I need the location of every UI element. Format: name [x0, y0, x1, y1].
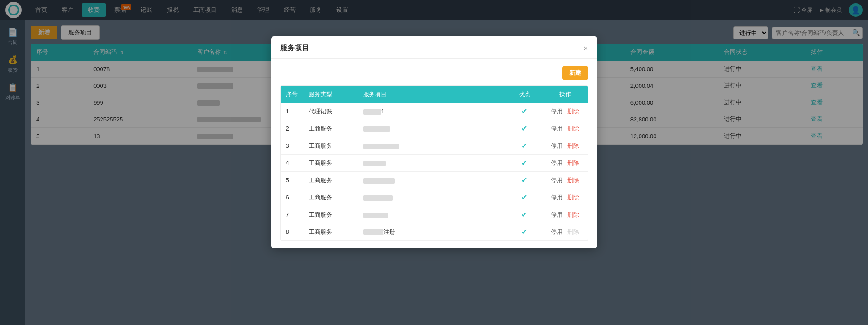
modal-cell-item	[358, 206, 506, 223]
modal-cell-seq: 3	[281, 137, 303, 155]
modal-cell-action: 停用 删除	[543, 103, 588, 120]
delete-button[interactable]: 删除	[566, 159, 581, 167]
modal-table-wrap: 序号 服务类型 服务项目 状态 操作 1 代理记账 1	[280, 85, 588, 241]
modal-table-row: 6 工商服务 ✔ 停用 删除	[281, 189, 588, 206]
modal-table-row: 2 工商服务 ✔ 停用 删除	[281, 120, 588, 137]
status-check-icon: ✔	[521, 228, 527, 236]
status-check-icon: ✔	[521, 107, 527, 115]
status-check-icon: ✔	[521, 125, 527, 132]
modal-cell-seq: 6	[281, 189, 303, 206]
modal-cell-type: 工商服务	[303, 189, 358, 206]
modal-cell-action: 停用 删除	[543, 172, 588, 189]
modal-cell-item: 注册	[358, 223, 506, 241]
status-check-icon: ✔	[521, 142, 527, 150]
modal-cell-type: 工商服务	[303, 223, 358, 241]
service-table: 序号 服务类型 服务项目 状态 操作 1 代理记账 1	[281, 86, 588, 241]
modal-col-seq: 序号	[281, 86, 303, 103]
modal-cell-type: 工商服务	[303, 206, 358, 223]
modal-cell-action: 停用 删除	[543, 189, 588, 206]
modal-cell-type: 代理记账	[303, 103, 358, 120]
modal-cell-type: 工商服务	[303, 172, 358, 189]
modal-cell-status: ✔	[506, 103, 543, 120]
stop-button[interactable]: 停用	[549, 211, 564, 219]
modal-cell-action: 停用 删除	[543, 223, 588, 241]
modal-col-status: 状态	[506, 86, 543, 103]
stop-button[interactable]: 停用	[549, 228, 564, 236]
modal-cell-item: 1	[358, 103, 506, 120]
modal-table-row: 5 工商服务 ✔ 停用 删除	[281, 172, 588, 189]
modal-table-row: 4 工商服务 ✔ 停用 删除	[281, 155, 588, 172]
modal-table-row: 3 工商服务 ✔ 停用 删除	[281, 137, 588, 155]
stop-button[interactable]: 停用	[549, 176, 564, 184]
modal-cell-action: 停用 删除	[543, 137, 588, 155]
modal-cell-seq: 8	[281, 223, 303, 241]
delete-button[interactable]: 删除	[566, 228, 581, 236]
stop-button[interactable]: 停用	[549, 125, 564, 133]
modal-table-row: 8 工商服务 注册 ✔ 停用 删除	[281, 223, 588, 241]
modal-cell-action: 停用 删除	[543, 120, 588, 137]
modal-table-row: 1 代理记账 1 ✔ 停用 删除	[281, 103, 588, 120]
modal-cell-item	[358, 120, 506, 137]
delete-button[interactable]: 删除	[566, 211, 581, 219]
modal-col-action: 操作	[543, 86, 588, 103]
modal-cell-seq: 1	[281, 103, 303, 120]
modal-cell-type: 工商服务	[303, 120, 358, 137]
delete-button[interactable]: 删除	[566, 176, 581, 184]
modal-cell-status: ✔	[506, 137, 543, 155]
modal-cell-seq: 7	[281, 206, 303, 223]
status-check-icon: ✔	[521, 211, 527, 218]
status-check-icon: ✔	[521, 194, 527, 201]
service-modal: 服务项目 × 新建 序号 服务类型 服务项目 状态 操作	[271, 36, 597, 248]
status-check-icon: ✔	[521, 159, 527, 167]
stop-button[interactable]: 停用	[549, 107, 564, 116]
modal-cell-action: 停用 删除	[543, 155, 588, 172]
modal-cell-action: 停用 删除	[543, 206, 588, 223]
stop-button[interactable]: 停用	[549, 194, 564, 202]
modal-cell-status: ✔	[506, 172, 543, 189]
modal-new-button[interactable]: 新建	[562, 66, 588, 80]
modal-cell-item	[358, 155, 506, 172]
modal-cell-item	[358, 137, 506, 155]
modal-col-type: 服务类型	[303, 86, 358, 103]
status-check-icon: ✔	[521, 176, 527, 184]
modal-close-button[interactable]: ×	[583, 44, 588, 53]
modal-body: 新建 序号 服务类型 服务项目 状态 操作	[271, 59, 597, 248]
delete-button[interactable]: 删除	[566, 142, 581, 150]
modal-cell-status: ✔	[506, 206, 543, 223]
modal-toolbar: 新建	[280, 66, 588, 80]
modal-cell-item	[358, 172, 506, 189]
stop-button[interactable]: 停用	[549, 142, 564, 150]
modal-header: 服务项目 ×	[271, 36, 597, 59]
modal-cell-status: ✔	[506, 189, 543, 206]
modal-cell-type: 工商服务	[303, 137, 358, 155]
modal-table-row: 7 工商服务 ✔ 停用 删除	[281, 206, 588, 223]
delete-button[interactable]: 删除	[566, 194, 581, 202]
modal-overlay: 服务项目 × 新建 序号 服务类型 服务项目 状态 操作	[0, 0, 868, 325]
modal-cell-status: ✔	[506, 120, 543, 137]
delete-button[interactable]: 删除	[566, 125, 581, 133]
modal-cell-seq: 4	[281, 155, 303, 172]
modal-cell-type: 工商服务	[303, 155, 358, 172]
modal-col-item: 服务项目	[358, 86, 506, 103]
modal-cell-seq: 2	[281, 120, 303, 137]
modal-title: 服务项目	[280, 44, 309, 53]
modal-cell-seq: 5	[281, 172, 303, 189]
modal-cell-item	[358, 189, 506, 206]
delete-button[interactable]: 删除	[566, 107, 581, 116]
stop-button[interactable]: 停用	[549, 159, 564, 167]
modal-cell-status: ✔	[506, 223, 543, 241]
modal-cell-status: ✔	[506, 155, 543, 172]
